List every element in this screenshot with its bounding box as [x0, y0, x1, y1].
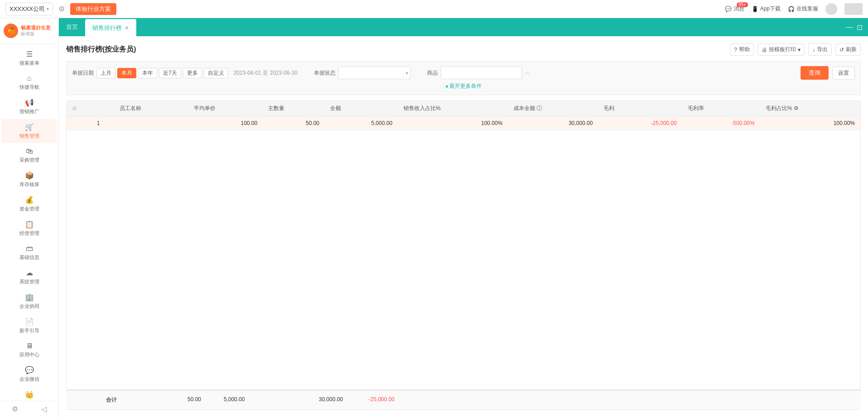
- topbar-settings-icon[interactable]: ⚙: [58, 5, 65, 13]
- col-cost-amount: 成本全额 ⓘ: [508, 101, 598, 116]
- sidebar-item-operations[interactable]: 📋 经营管理: [2, 216, 57, 240]
- sidebar-settings-icon[interactable]: ⚙: [12, 405, 18, 413]
- user-avatar[interactable]: [825, 3, 837, 15]
- sidebar-item-sales[interactable]: 🛒 销售管理: [2, 119, 57, 143]
- maximize-icon[interactable]: ⊡: [857, 23, 863, 32]
- sidebar-item-label: 基础信息: [19, 254, 39, 261]
- user-name-placeholder[interactable]: [844, 3, 863, 15]
- sidebar-item-quick-nav[interactable]: ⌂ 快捷导航: [2, 71, 57, 94]
- table-cell: -500.00%: [682, 116, 760, 130]
- sidebar-item-inventory[interactable]: 📦 库存核算: [2, 168, 57, 192]
- period-7days[interactable]: 近7天: [159, 68, 181, 78]
- chevron-down-icon: ▾: [446, 83, 448, 90]
- table-cell: 50.00: [263, 116, 325, 130]
- sidebar-item-search-orders[interactable]: ☰ 搜索菜单: [2, 46, 57, 70]
- inventory-icon: 📦: [25, 171, 34, 180]
- table-header-row: ⚙ 员工名称 平均单价 主数量 全额 销售收入占比% 成本全额 ⓘ 毛利 毛利率…: [67, 101, 860, 116]
- refresh-icon: ↺: [839, 47, 844, 53]
- table-cell: 5,000.00: [325, 116, 398, 130]
- sidebar-item-marketing[interactable]: 📢 营销推广: [2, 95, 57, 119]
- refresh-button[interactable]: ↺ 刷新: [835, 43, 861, 56]
- home-icon: ⌂: [27, 74, 32, 82]
- company-selector[interactable]: XXXXXX公司 ▾: [5, 3, 53, 15]
- trial-button[interactable]: 体验行业方案: [70, 3, 116, 15]
- footer-sales-pct: [264, 394, 313, 406]
- sidebar-item-label: 快捷导航: [19, 84, 39, 91]
- query-button[interactable]: 查询: [801, 66, 829, 80]
- sidebar-item-label: 搜索菜单: [19, 60, 39, 67]
- col-gross-pct: 毛利占比% ⚙: [760, 101, 860, 116]
- sidebar-item-finance[interactable]: 💰 资金管理: [2, 192, 57, 216]
- period-last-month[interactable]: 上月: [96, 68, 115, 78]
- col-gross: 毛利: [598, 101, 682, 116]
- period-this-year[interactable]: 本年: [138, 68, 157, 78]
- sidebar-item-basic-info[interactable]: 🗃 基础信息: [2, 241, 57, 264]
- footer-empty-1: [72, 394, 86, 406]
- search-orders-icon: ☰: [26, 50, 33, 58]
- sidebar-item-label: 库存核算: [19, 181, 39, 188]
- period-this-month[interactable]: 本月: [117, 68, 136, 78]
- table-cell: 1: [82, 116, 114, 130]
- table-cell: 100.00%: [760, 116, 860, 130]
- col-main-qty: 主数量: [263, 101, 325, 116]
- sidebar-item-label: 新手引导: [19, 327, 39, 334]
- settings-button[interactable]: 设置: [832, 67, 855, 80]
- table-cell: [67, 116, 82, 130]
- message-item[interactable]: 💬 消息 99+: [725, 5, 744, 13]
- app-download-item[interactable]: 📱 App下载: [752, 5, 781, 13]
- period-more[interactable]: 更多: [183, 68, 202, 78]
- filter-bar: 单据日期 上月 本月 本年 近7天 更多 自定义 2023-06-01 至 20…: [66, 61, 861, 95]
- topbar-right: 💬 消息 99+ 📱 App下载 🎧 在线客服: [725, 3, 863, 15]
- sidebar-item-guide[interactable]: 📄 新手引导: [2, 314, 57, 338]
- goods-input[interactable]: [441, 67, 522, 79]
- date-period-buttons: 上月 本月 本年 近7天 更多 自定义: [96, 68, 228, 78]
- footer-main-qty: 50.00: [182, 394, 218, 406]
- help-button[interactable]: ? 帮助: [730, 43, 754, 56]
- online-service-item[interactable]: 🎧 在线客服: [788, 5, 818, 13]
- tab-sales-rank[interactable]: 销售排行榜 ✕: [85, 19, 136, 37]
- tab-home-label: 首页: [66, 23, 78, 31]
- expand-row: ▾ 展开更多条件: [72, 82, 855, 90]
- table-cell: [114, 116, 188, 130]
- content-area: 首页 销售排行榜 ✕ — ⊡ 销售排行榜(按业务员) ? 帮助: [59, 18, 868, 417]
- app-center-icon: 🖥: [26, 342, 33, 350]
- print-icon: 🖨: [762, 47, 767, 53]
- sidebar-item-wechat[interactable]: 💬 企业微信: [2, 362, 57, 386]
- page-header: 销售排行榜(按业务员) ? 帮助 🖨 按模板打印 ▾ ↓ 导出: [66, 43, 861, 56]
- col-settings-icon[interactable]: ⚙: [72, 105, 77, 112]
- app-icon: 📱: [752, 6, 758, 12]
- headset-icon: 🎧: [788, 6, 795, 12]
- operations-icon: 📋: [25, 220, 34, 229]
- status-select[interactable]: [338, 67, 411, 79]
- sidebar-item-purchase[interactable]: 🛍 采购管理: [2, 144, 57, 167]
- footer-amount: 5,000.00: [218, 394, 264, 406]
- app-download-label: App下载: [760, 5, 781, 13]
- export-button[interactable]: ↓ 导出: [808, 43, 832, 56]
- sidebar-item-system[interactable]: ☁ 系统管理: [2, 265, 57, 289]
- more-dots-icon[interactable]: ···: [525, 70, 529, 76]
- print-chevron-icon: ▾: [798, 47, 801, 53]
- sidebar-item-label: 企业微信: [19, 376, 39, 383]
- footer-empty-2: [86, 394, 101, 406]
- sidebar-item-app-center[interactable]: 🖥 应用中心: [2, 338, 57, 362]
- sidebar-collapse-icon[interactable]: ◁: [41, 405, 47, 413]
- finance-icon: 💰: [25, 196, 34, 204]
- system-icon: ☁: [26, 268, 33, 277]
- status-select-wrap: [338, 67, 411, 79]
- table-cell: 30,000.00: [508, 116, 598, 130]
- purchase-icon: 🛍: [26, 147, 33, 155]
- tab-home[interactable]: 首页: [59, 18, 85, 36]
- date-filter: 单据日期 上月 本月 本年 近7天 更多 自定义: [72, 68, 228, 78]
- minimize-icon[interactable]: —: [846, 23, 853, 31]
- expand-more-button[interactable]: ▾ 展开更多条件: [446, 82, 482, 90]
- chevron-down-icon: ▾: [47, 6, 49, 11]
- print-button[interactable]: 🖨 按模板打印 ▾: [758, 43, 805, 56]
- sidebar-item-enterprise-collab[interactable]: 🏢 企业协同: [2, 289, 57, 313]
- sales-rank-table: ⚙ 员工名称 平均单价 主数量 全额 销售收入占比% 成本全额 ⓘ 毛利 毛利率…: [67, 101, 860, 130]
- sidebar-item-label: 应用中心: [19, 351, 39, 358]
- sidebar-item-member[interactable]: 👑 畅会员: [2, 387, 57, 401]
- period-custom[interactable]: 自定义: [204, 68, 228, 78]
- tab-close-icon[interactable]: ✕: [125, 25, 129, 31]
- message-icon: 💬: [725, 6, 732, 12]
- online-service-label: 在线客服: [796, 5, 818, 13]
